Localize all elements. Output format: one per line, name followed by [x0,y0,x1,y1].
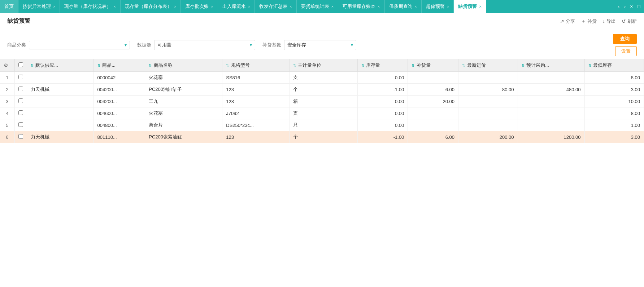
share-button[interactable]: ↗ 分享 [560,18,575,25]
tab-shortage[interactable]: 缺货预警 × [454,0,486,13]
min-stock-sort-icon: ⇅ [588,63,591,67]
table-row: 5 004800... 离合片 DS250*23c... 只 0.00 1.00 [0,119,644,131]
row-spec: 123 [222,84,289,96]
tab-batch-account[interactable]: 库存批次账 × [181,0,218,13]
row-stock-qty: 0.00 [357,119,408,131]
replenish-basis-label: 补货基数 [262,42,281,48]
row-replenish-qty: 6.00 [408,84,458,96]
row-spec: 123 [222,96,289,107]
row-est-purchase: 480.00 [518,84,584,96]
tab-nav-controls: ‹ › × □ [614,3,644,10]
replenish-basis-select[interactable]: 安全库存 ▾ [284,40,356,50]
table-container: ⚙ ⇅ 默认供应... ⇅ 商品... ⇅ 商品名称 [0,59,644,150]
row-checkbox[interactable] [18,122,23,127]
tab-close-stock-status[interactable]: × [113,4,116,9]
table-row: 4 004600... 火花塞 J7092 支 0.00 8.00 [0,107,644,119]
row-latest-price: 200.00 [458,131,518,143]
export-button[interactable]: ↓ 导出 [602,18,616,25]
row-unit: 箱 [289,96,357,107]
row-latest-price [458,107,518,119]
filter-actions: 查询 设置 [613,34,637,56]
tab-close-overstock[interactable]: × [447,4,449,9]
replenish-basis-select-value: 安全库存 [287,42,306,48]
replenish-basis-select-arrow-icon: ▾ [351,43,353,48]
datasource-filter-group: 数据源 可用量 ▾ [137,40,255,50]
category-label: 商品分类 [7,42,26,48]
col-product-name: ⇅ 商品名称 [145,59,222,72]
row-est-purchase [518,72,584,84]
row-checkbox[interactable] [18,110,23,115]
row-min-stock: 10.00 [584,96,644,107]
row-unit: 个 [289,131,357,143]
tab-stock-dist[interactable]: 现存量（库存分布表） × [121,0,181,13]
tab-close-available-ledger[interactable]: × [378,4,380,9]
tab-close-demand-stats[interactable]: × [331,4,334,9]
row-checkbox[interactable] [18,75,23,79]
tab-stock-status[interactable]: 现存量（库存状况表） × [60,0,120,13]
row-unit: 只 [289,119,357,131]
category-filter-group: 商品分类 ▾ [7,41,130,49]
row-min-stock: 8.00 [584,107,644,119]
table-row: 2 力天机械 004200... PC200油缸缸子 123 个 -1.00 6… [0,84,644,96]
tab-exception[interactable]: 拣货异常处理 × [18,0,60,13]
row-spec: 123 [222,131,289,143]
row-product-name: PC200张紧油缸 [145,131,222,143]
refresh-button[interactable]: ↺ 刷新 [622,18,637,25]
select-all-checkbox[interactable] [18,62,23,67]
row-checkbox[interactable] [18,87,23,91]
next-tab-button[interactable]: › [622,3,628,10]
category-select[interactable]: ▾ [29,41,130,49]
row-checkbox-cell [14,107,27,119]
datasource-select[interactable]: 可用量 ▾ [154,40,255,50]
close-window-button[interactable]: × [628,3,635,10]
replenish-button[interactable]: ＋ 补货 [581,18,597,25]
tab-close-batch-account[interactable]: × [211,4,213,9]
page-header: 缺货预警 ↗ 分享 ＋ 补货 ↓ 导出 ↺ 刷新 [0,13,644,28]
row-product-name: 离合片 [145,119,222,131]
tab-bar: 首页 拣货异常处理 × 现存量（库存状况表） × 现存量（库存分布表） × 库存… [0,0,644,13]
row-checkbox-cell [14,119,27,131]
row-checkbox-cell [14,72,27,84]
row-unit: 个 [289,84,357,96]
row-stock-qty: 0.00 [357,107,408,119]
tab-close-expiry-query[interactable]: × [415,4,417,9]
row-checkbox[interactable] [18,134,23,139]
settings-button[interactable]: 设置 [615,46,637,56]
page-title: 缺货预警 [7,17,30,25]
row-spec: SS816 [222,72,289,84]
row-latest-price [458,72,518,84]
tab-available-ledger[interactable]: 可用量库存账本 × [338,0,384,13]
tab-close-stock-dist[interactable]: × [174,4,176,9]
tab-overstock[interactable]: 超储预警 × [422,0,454,13]
settings-gear-icon[interactable]: ⚙ [4,62,8,68]
tab-close-shortage[interactable]: × [479,4,481,9]
tab-close-exception[interactable]: × [53,4,55,9]
row-checkbox-cell [14,131,27,143]
tab-expiry-query[interactable]: 保质期查询 × [385,0,422,13]
col-min-stock: ⇅ 最低库存 [584,59,644,72]
stock-qty-sort-icon: ⇅ [361,63,364,67]
row-default-supplier [27,72,93,84]
supplier-sort-icon: ⇅ [31,63,34,67]
row-product-code: 004600... [93,107,145,119]
col-checkbox [14,59,27,72]
tab-home[interactable]: 首页 [0,0,18,13]
datasource-label: 数据源 [137,42,151,48]
row-replenish-qty [408,72,458,84]
row-latest-price [458,119,518,131]
tab-close-receive-summary[interactable]: × [290,4,292,9]
row-product-code: 004200... [93,84,145,96]
tab-receive-summary[interactable]: 收发存汇总表 × [255,0,296,13]
tab-close-in-out-flow[interactable]: × [248,4,250,9]
row-product-code: 004200... [93,96,145,107]
tab-demand-stats[interactable]: 要货单统计表 × [297,0,338,13]
tab-in-out-flow[interactable]: 出入库流水 × [218,0,255,13]
col-default-supplier: ⇅ 默认供应... [27,59,93,72]
prev-tab-button[interactable]: ‹ [616,3,622,10]
page-content: 缺货预警 ↗ 分享 ＋ 补货 ↓ 导出 ↺ 刷新 商品分类 [0,13,644,287]
maximize-window-button[interactable]: □ [635,3,643,10]
share-icon: ↗ [560,18,564,24]
row-replenish-qty [408,107,458,119]
query-button[interactable]: 查询 [613,34,637,44]
row-checkbox[interactable] [18,98,23,103]
